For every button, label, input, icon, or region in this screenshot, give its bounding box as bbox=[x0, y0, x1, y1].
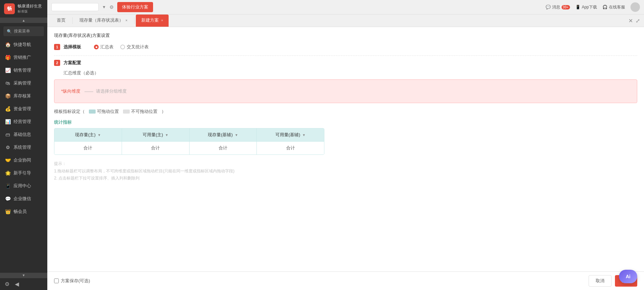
enterprise-icon: 🤝 bbox=[5, 157, 11, 163]
sidebar-item-enterprise[interactable]: 🤝 企业协同 bbox=[0, 154, 47, 167]
radio-cross[interactable]: 交叉统计表 bbox=[120, 44, 149, 50]
sidebar-item-quicknav[interactable]: 🏠 快捷导航 bbox=[0, 38, 47, 51]
dimension-section-label: 汇总维度（必选） bbox=[64, 70, 637, 76]
section-1: 1 选择模板 汇总表 交叉统计表 bbox=[54, 44, 637, 50]
sidebar-scroll-up[interactable]: ▲ bbox=[0, 18, 47, 23]
search-icon: 🔍 bbox=[7, 29, 12, 34]
sidebar-label-quicknav: 快捷导航 bbox=[14, 42, 31, 48]
sidebar-label-system: 系统管理 bbox=[14, 144, 31, 150]
window-close-btn[interactable]: ✕ bbox=[628, 18, 633, 24]
collapse-icon[interactable]: ◀ bbox=[15, 281, 19, 287]
tab-new-plan-close-icon[interactable]: × bbox=[161, 18, 163, 22]
tabs-bar: 首页 现存量（库存状况表） × 新建方案 × ✕ ⤢ bbox=[47, 15, 644, 27]
sidebar-item-marketing[interactable]: 🎁 营销推广 bbox=[0, 51, 47, 64]
radio-summary-btn[interactable] bbox=[94, 45, 99, 49]
tip-2: 2. 点击标题栏下拉可设置排序、插入列和删除列 bbox=[54, 175, 637, 182]
tab-separator-1 bbox=[72, 17, 73, 24]
section-1-header: 1 选择模板 汇总表 交叉统计表 bbox=[54, 44, 637, 50]
stats-col-1-chevron-icon[interactable]: ▼ bbox=[98, 133, 101, 137]
app-logo-icon: 畅 bbox=[4, 3, 15, 14]
sidebar-item-basic[interactable]: 🗃 基础信息 bbox=[0, 128, 47, 141]
window-expand-btn[interactable]: ⤢ bbox=[636, 18, 640, 24]
stats-col-1[interactable]: 现存量(主) ▼ bbox=[54, 128, 122, 141]
dimension-dash: —— bbox=[84, 89, 93, 94]
sidebar-scroll-down[interactable]: ▼ bbox=[0, 273, 47, 278]
stats-col-3[interactable]: 现存量(基辅) ▼ bbox=[190, 128, 257, 141]
operations-icon: 📊 bbox=[5, 119, 11, 125]
tab-home[interactable]: 首页 bbox=[51, 15, 71, 27]
tab-separator-2 bbox=[134, 17, 134, 24]
sidebar-nav: 🔍 搜索菜单 🏠 快捷导航 🎁 营销推广 📈 销售管理 🛍 采购管理 📦 库存核… bbox=[0, 23, 47, 273]
headset-icon: 🎧 bbox=[602, 5, 608, 9]
experience-button[interactable]: 体验行业方案 bbox=[117, 2, 153, 12]
main-area: ▼ ⚙ 体验行业方案 💬 消息 99+ 📱 App下载 🎧 在线客服 首页 bbox=[47, 0, 644, 290]
sidebar-item-appcenter[interactable]: 📱 应用中心 bbox=[0, 179, 47, 192]
radio-summary[interactable]: 汇总表 bbox=[94, 44, 114, 50]
topbar-gear-icon[interactable]: ⚙ bbox=[109, 4, 114, 10]
tab-new-plan[interactable]: 新建方案 × bbox=[136, 15, 168, 27]
section-2-title: 方案配置 bbox=[64, 60, 81, 66]
indicator-setting-label: 模板指标设定（ bbox=[54, 108, 85, 115]
app-version: 标准版 bbox=[18, 9, 42, 14]
sidebar-logo: 畅 畅康通好生意 标准版 bbox=[0, 0, 47, 18]
sidebar-item-finance[interactable]: 💰 资金管理 bbox=[0, 102, 47, 115]
message-badge: 99+ bbox=[562, 5, 570, 9]
stats-col-4-chevron-icon[interactable]: ▼ bbox=[302, 133, 306, 137]
online-service-button[interactable]: 🎧 在线客服 bbox=[602, 4, 625, 10]
stats-col-2[interactable]: 可用量(主) ▼ bbox=[122, 128, 190, 141]
topbar-chevron-icon[interactable]: ▼ bbox=[102, 5, 106, 9]
messages-button[interactable]: 💬 消息 99+ bbox=[546, 4, 570, 10]
tab-inventory-label: 现存量（库存状况表） bbox=[79, 17, 123, 23]
newguide-icon: 🌟 bbox=[5, 170, 11, 176]
app-download-button[interactable]: 📱 App下载 bbox=[575, 4, 597, 10]
non-draggable-box bbox=[123, 110, 130, 114]
stats-cell-4: 合计 bbox=[257, 142, 324, 154]
stats-col-3-chevron-icon[interactable]: ▼ bbox=[235, 133, 238, 137]
section-2: 2 方案配置 汇总维度（必选） *纵向维度 —— 请选择分组维度 模板指标设定（… bbox=[54, 60, 637, 182]
indicators-setting: 模板指标设定（ 可拖动位置 不可拖动位置 ） bbox=[54, 108, 637, 115]
stats-col-3-label: 现存量(基辅) bbox=[208, 132, 233, 138]
sidebar-label-appcenter: 应用中心 bbox=[14, 183, 31, 189]
app-name: 畅康通好生意 bbox=[18, 4, 42, 9]
user-avatar[interactable] bbox=[630, 2, 640, 12]
dimension-area[interactable]: *纵向维度 —— 请选择分组维度 bbox=[54, 79, 637, 103]
sidebar-label-sales: 销售管理 bbox=[14, 67, 31, 73]
appcenter-icon: 📱 bbox=[5, 183, 11, 189]
section-1-title: 选择模板 bbox=[64, 44, 81, 50]
sidebar-item-sales[interactable]: 📈 销售管理 bbox=[0, 64, 47, 77]
purchase-icon: 🛍 bbox=[5, 80, 11, 86]
section-2-number: 2 bbox=[54, 60, 60, 66]
tabs-right: ✕ ⤢ bbox=[628, 18, 640, 24]
sidebar-item-inventory[interactable]: 📦 库存核算 bbox=[0, 90, 47, 102]
stats-col-2-chevron-icon[interactable]: ▼ bbox=[165, 133, 169, 137]
sidebar-item-system[interactable]: ⚙ 系统管理 bbox=[0, 141, 47, 154]
tab-home-label: 首页 bbox=[57, 17, 66, 23]
radio-cross-btn[interactable] bbox=[120, 45, 125, 49]
cancel-button[interactable]: 取消 bbox=[589, 275, 612, 287]
sidebar-label-wechat: 企业微信 bbox=[14, 196, 31, 202]
sidebar-item-purchase[interactable]: 🛍 采购管理 bbox=[0, 77, 47, 90]
sidebar-label-member: 畅会员 bbox=[14, 209, 27, 215]
message-icon: 💬 bbox=[546, 5, 551, 9]
sidebar-item-member[interactable]: 👑 畅会员 bbox=[0, 205, 47, 218]
topbar-search-input[interactable] bbox=[51, 3, 99, 11]
sidebar-item-operations[interactable]: 📊 经营管理 bbox=[0, 115, 47, 128]
content-area: 现存量(库存状况表)方案设置 1 选择模板 汇总表 交叉统计表 bbox=[47, 27, 644, 271]
save-checkbox[interactable] bbox=[54, 279, 59, 283]
tab-new-plan-label: 新建方案 bbox=[141, 17, 159, 23]
ai-button[interactable]: Ai bbox=[619, 270, 637, 283]
settings-icon[interactable]: ⚙ bbox=[5, 281, 9, 287]
stats-table: 现存量(主) ▼ 可用量(主) ▼ 现存量(基辅) ▼ 可用量(基辅) ▼ bbox=[54, 128, 324, 155]
tab-inventory-status[interactable]: 现存量（库存状况表） × bbox=[74, 15, 133, 27]
page-title: 现存量(库存状况表)方案设置 bbox=[54, 32, 637, 39]
stats-col-2-label: 可用量(主) bbox=[143, 132, 163, 138]
online-service-label: 在线客服 bbox=[609, 4, 625, 10]
sidebar-label-marketing: 营销推广 bbox=[14, 54, 31, 61]
stats-col-4[interactable]: 可用量(基辅) ▼ bbox=[257, 128, 324, 141]
sidebar-search[interactable]: 🔍 搜索菜单 bbox=[3, 26, 44, 36]
sidebar-label-basic: 基础信息 bbox=[14, 131, 31, 138]
tab-inventory-close-icon[interactable]: × bbox=[125, 18, 127, 22]
sidebar-item-wechat[interactable]: 💬 企业微信 bbox=[0, 192, 47, 205]
sidebar-item-newguide[interactable]: 🌟 新手引导 bbox=[0, 167, 47, 179]
sidebar-label-finance: 资金管理 bbox=[14, 106, 31, 112]
